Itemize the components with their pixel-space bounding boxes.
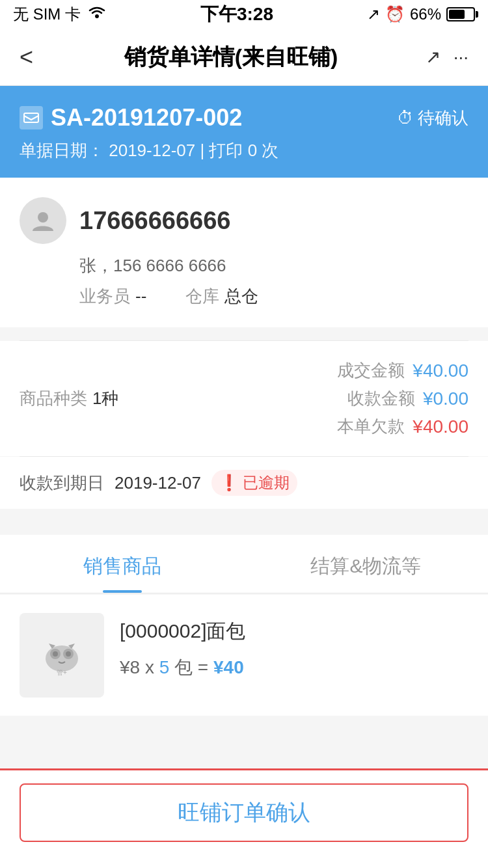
status-clock-icon: ⏱ bbox=[397, 108, 414, 128]
summary-card: 商品种类 1种 成交金额 ¥40.00 收款金额 ¥0.00 本单欠款 ¥40.… bbox=[0, 341, 488, 456]
section-divider bbox=[0, 522, 488, 535]
amount-row-3: 本单欠款 ¥40.00 bbox=[337, 415, 468, 438]
battery-icon bbox=[446, 7, 475, 21]
product-name: [0000002]面包 bbox=[120, 618, 468, 645]
owe-label: 本单欠款 bbox=[337, 415, 405, 438]
svg-point-2 bbox=[46, 645, 78, 671]
summary-row: 商品种类 1种 成交金额 ¥40.00 收款金额 ¥0.00 本单欠款 ¥40.… bbox=[20, 359, 468, 438]
page-title: 销货单详情(来自旺铺) bbox=[59, 42, 403, 72]
warehouse-value: 总仓 bbox=[224, 285, 258, 308]
tab-sales-products[interactable]: 销售商品 bbox=[0, 535, 244, 593]
svg-point-1 bbox=[38, 212, 48, 223]
battery-percent: 66% bbox=[410, 5, 441, 23]
amount-value: ¥40.00 bbox=[413, 360, 468, 381]
carrier-label: 无 SIM 卡 bbox=[13, 4, 81, 25]
amount-label: 成交金额 bbox=[337, 359, 405, 382]
order-id: SA-20191207-002 bbox=[20, 104, 242, 131]
sales-meta: 业务员 -- bbox=[79, 285, 146, 308]
warehouse-meta: 仓库 总仓 bbox=[185, 285, 258, 308]
order-header: SA-20191207-002 ⏱ 待确认 单据日期： 2019-12-07 |… bbox=[0, 86, 488, 178]
amount-row-2: 收款金额 ¥0.00 bbox=[347, 387, 468, 410]
customer-meta: 业务员 -- 仓库 总仓 bbox=[20, 285, 468, 308]
alarm-icon: ⏰ bbox=[385, 5, 405, 23]
more-button[interactable]: ··· bbox=[454, 47, 468, 68]
received-value: ¥0.00 bbox=[423, 388, 468, 409]
order-header-top: SA-20191207-002 ⏱ 待确认 bbox=[20, 104, 468, 131]
product-image: 管+ bbox=[20, 613, 104, 698]
status-bar: 无 SIM 卡 下午3:28 ↗ ⏰ 66% bbox=[0, 0, 488, 29]
svg-point-6 bbox=[66, 651, 71, 657]
confirm-order-button[interactable]: 旺铺订单确认 bbox=[20, 783, 468, 842]
customer-name: 张，156 6666 6666 bbox=[20, 254, 468, 277]
nav-bar: < 销货单详情(来自旺铺) ↗ ··· bbox=[0, 29, 488, 86]
wifi-icon bbox=[87, 5, 107, 23]
due-value: 2019-12-07 bbox=[115, 473, 201, 493]
bottom-bar: 旺铺订单确认 bbox=[0, 768, 488, 868]
customer-phone: 17666666666 bbox=[79, 207, 230, 235]
product-type-value: 1种 bbox=[92, 387, 118, 410]
amount-row-1: 成交金额 ¥40.00 bbox=[337, 359, 468, 382]
status-time: 下午3:28 bbox=[200, 2, 273, 27]
share-button[interactable]: ↗ bbox=[426, 46, 441, 68]
received-label: 收款金额 bbox=[347, 387, 415, 410]
svg-point-5 bbox=[53, 651, 58, 657]
due-label: 收款到期日 bbox=[20, 472, 104, 495]
overdue-text: 已逾期 bbox=[243, 472, 290, 493]
overdue-icon: ❗ bbox=[219, 474, 239, 492]
back-button[interactable]: < bbox=[20, 44, 59, 71]
product-list: 管+ [0000002]面包 ¥8 x 5 包 = ¥40 bbox=[0, 595, 488, 716]
status-right: ↗ ⏰ 66% bbox=[367, 5, 475, 23]
customer-top: 17666666666 bbox=[20, 197, 468, 244]
due-date-card: 收款到期日 2019-12-07 ❗ 已逾期 bbox=[0, 457, 488, 509]
nav-actions: ↗ ··· bbox=[403, 46, 468, 68]
tabs-container: 销售商品 结算&物流等 bbox=[0, 535, 488, 593]
summary-right: 成交金额 ¥40.00 收款金额 ¥0.00 本单欠款 ¥40.00 bbox=[337, 359, 468, 438]
svg-rect-0 bbox=[24, 113, 38, 122]
location-icon: ↗ bbox=[367, 5, 380, 23]
order-date: 单据日期： 2019-12-07 | 打印 0 次 bbox=[20, 139, 468, 162]
tab-settlement[interactable]: 结算&物流等 bbox=[244, 535, 488, 593]
product-item: 管+ [0000002]面包 ¥8 x 5 包 = ¥40 bbox=[0, 595, 488, 716]
product-type-label: 商品种类 bbox=[20, 387, 87, 410]
customer-card: 17666666666 张，156 6666 6666 业务员 -- 仓库 总仓 bbox=[0, 178, 488, 327]
owe-value: ¥40.00 bbox=[413, 416, 468, 437]
status-left: 无 SIM 卡 bbox=[13, 4, 107, 25]
summary-left: 商品种类 1种 bbox=[20, 387, 118, 410]
warehouse-label: 仓库 bbox=[185, 285, 219, 308]
sales-value: -- bbox=[135, 286, 146, 306]
product-info: [0000002]面包 ¥8 x 5 包 = ¥40 bbox=[120, 613, 468, 680]
order-status: ⏱ 待确认 bbox=[397, 107, 468, 129]
sales-label: 业务员 bbox=[79, 285, 130, 308]
overdue-badge: ❗ 已逾期 bbox=[211, 470, 297, 496]
order-icon bbox=[20, 106, 43, 129]
svg-text:管+: 管+ bbox=[57, 669, 67, 676]
customer-avatar bbox=[20, 197, 66, 244]
product-price: ¥8 x 5 包 = ¥40 bbox=[120, 655, 468, 680]
